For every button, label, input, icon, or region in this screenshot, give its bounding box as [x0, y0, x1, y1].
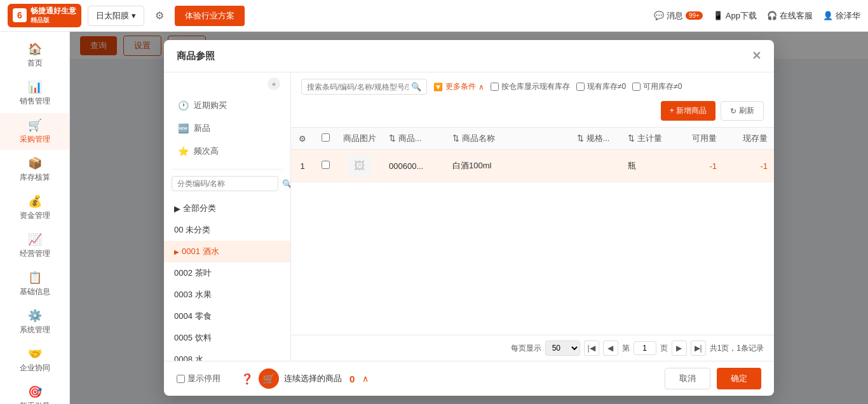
- sidebar-item-system[interactable]: ⚙️ 系统管理: [0, 304, 69, 340]
- sidebar-label-inventory: 库存核算: [20, 172, 50, 183]
- show-disabled-label[interactable]: 显示停用: [177, 373, 220, 384]
- category-item-0004[interactable]: 0004 零食: [164, 306, 290, 327]
- sort-spec-icon: ⇅: [577, 133, 584, 143]
- app-download-item[interactable]: 📱 App下载: [713, 10, 757, 22]
- table-header-row: ⚙ 商品图片: [291, 128, 774, 150]
- col-header-stock: 现存量: [723, 128, 774, 150]
- per-page-label: 每页显示: [511, 343, 541, 354]
- basic-icon: 📋: [28, 271, 42, 285]
- dropdown-arrow-icon: ▾: [132, 11, 136, 20]
- page-label: 第: [622, 343, 630, 354]
- divider: [172, 169, 283, 170]
- modal-footer: 显示停用 ❓ 🛒 连续选择的商品 0 ∧ 取消 确定: [164, 361, 774, 396]
- footer-collapse-icon[interactable]: ∧: [362, 374, 369, 384]
- row-name: 白酒100ml: [446, 150, 571, 182]
- cancel-btn[interactable]: 取消: [665, 368, 710, 389]
- sidebar: 🏠 首页 📊 销售管理 🛒 采购管理 📦 库存核算 💰 资金管理 📈 经营管理 …: [0, 32, 70, 404]
- sort-icon: ⇅: [389, 133, 396, 143]
- category-search-icon[interactable]: 🔍: [282, 179, 291, 189]
- settings-col-icon[interactable]: ⚙: [299, 134, 306, 144]
- tab-new-products[interactable]: 🆕 新品: [172, 118, 283, 138]
- modal-overlay: 商品参照 ✕ « 🕐 近期购买: [70, 32, 868, 404]
- tab-new-label: 新品: [194, 123, 210, 134]
- category-label-0003: 0003 水果: [174, 289, 212, 300]
- category-item-0005[interactable]: 0005 饮料: [164, 327, 290, 349]
- modal-close-icon[interactable]: ✕: [752, 49, 761, 63]
- user-item[interactable]: 👤 徐泽华: [823, 10, 860, 22]
- collapse-left-btn[interactable]: «: [268, 77, 280, 90]
- select-all-checkbox[interactable]: [322, 133, 330, 142]
- category-item-0002[interactable]: 0002 茶叶: [164, 262, 290, 284]
- sidebar-item-sales[interactable]: 📊 销售管理: [0, 75, 69, 112]
- checkbox-stock-nonzero-input[interactable]: [576, 83, 585, 91]
- search-icon[interactable]: 🔍: [411, 82, 421, 91]
- row-available: -1: [672, 150, 723, 182]
- right-panel: 🔍 🔽 更多条件 ∧ 按仓库显示现有库存: [291, 72, 774, 361]
- tab-frequent-label: 频次高: [194, 145, 219, 157]
- row-checkbox[interactable]: [322, 161, 330, 169]
- purchase-icon: 🛒: [28, 118, 42, 132]
- category-item-0008[interactable]: 0008 水: [164, 349, 290, 361]
- sidebar-item-operation[interactable]: 📈 经营管理: [0, 227, 69, 264]
- sidebar-item-cooperation[interactable]: 🤝 企业协同: [0, 342, 69, 379]
- add-product-btn[interactable]: + 新增商品: [661, 101, 715, 121]
- footer-right: 取消 确定: [665, 368, 761, 389]
- cart-icon[interactable]: 🛒: [259, 368, 279, 389]
- table-toolbar: 🔍 🔽 更多条件 ∧ 按仓库显示现有库存: [291, 72, 774, 128]
- store-dropdown[interactable]: 日太阳膜 ▾: [88, 6, 144, 26]
- refresh-icon: ↻: [730, 107, 736, 116]
- checkbox-available-nonzero-input[interactable]: [632, 83, 641, 91]
- operation-icon: 📈: [28, 232, 42, 246]
- category-all[interactable]: ▶ 全部分类: [164, 198, 290, 219]
- next-page-btn[interactable]: ▶: [672, 340, 687, 356]
- messages-item[interactable]: 💬 消息 99+: [654, 10, 703, 22]
- sidebar-label-finance: 资金管理: [20, 210, 50, 221]
- modal-header: 商品参照 ✕: [164, 40, 774, 72]
- checkbox-by-warehouse[interactable]: 按仓库显示现有库存: [491, 81, 570, 92]
- category-search-input[interactable]: [172, 176, 278, 191]
- per-page-select[interactable]: 50 10 20 100: [545, 340, 580, 356]
- first-page-btn[interactable]: |◀: [584, 340, 599, 356]
- nav-right-area: 💬 消息 99+ 📱 App下载 🎧 在线客服 👤 徐泽华: [654, 10, 860, 22]
- more-filter-btn[interactable]: 🔽 更多条件 ∧: [433, 81, 484, 92]
- tab-recent-purchase[interactable]: 🕐 近期购买: [172, 95, 283, 116]
- checkbox-available-nonzero-label: 可用库存≠0: [643, 81, 682, 92]
- category-list: ▶ 全部分类 00 未分类 ▶ 0001 酒水 0002 茶: [164, 195, 290, 361]
- show-disabled-checkbox[interactable]: [177, 375, 185, 383]
- refresh-btn[interactable]: ↻ 刷新: [721, 101, 764, 121]
- category-item-0003[interactable]: 0003 水果: [164, 284, 290, 306]
- confirm-btn[interactable]: 确定: [717, 368, 761, 389]
- checkbox-stock-nonzero-label: 现有库存≠0: [587, 81, 626, 92]
- sidebar-label-operation: 经营管理: [20, 248, 50, 259]
- help-icon[interactable]: ❓: [241, 373, 254, 385]
- sidebar-item-basic[interactable]: 📋 基础信息: [0, 266, 69, 302]
- checkbox-stock-nonzero[interactable]: 现有库存≠0: [576, 81, 626, 92]
- col-code-label: 商品...: [398, 133, 422, 143]
- current-page-input[interactable]: [634, 341, 656, 355]
- message-badge: 99+: [686, 11, 703, 20]
- prev-page-btn[interactable]: ◀: [603, 340, 618, 356]
- guide-icon: 🎯: [28, 385, 42, 399]
- table-row[interactable]: 1 🖼 000600... 白酒100ml: [291, 150, 774, 182]
- category-item-0001[interactable]: ▶ 0001 酒水: [164, 241, 290, 262]
- checkbox-by-warehouse-input[interactable]: [491, 83, 499, 91]
- row-spec: [571, 150, 621, 182]
- settings-icon[interactable]: ⚙: [151, 7, 168, 25]
- sidebar-item-finance[interactable]: 💰 资金管理: [0, 189, 69, 226]
- main-content: 查询 设置 刷新 商品参照 ✕ «: [70, 32, 868, 404]
- category-item-00[interactable]: 00 未分类: [164, 219, 290, 241]
- trial-btn[interactable]: 体验行业方案: [175, 6, 245, 26]
- sidebar-item-guide[interactable]: 🎯 新手引导: [0, 380, 69, 404]
- sidebar-item-home[interactable]: 🏠 首页: [0, 37, 69, 74]
- row-code: 000600...: [383, 150, 446, 182]
- sidebar-item-inventory[interactable]: 📦 库存核算: [0, 151, 69, 188]
- sidebar-item-purchase[interactable]: 🛒 采购管理: [0, 113, 69, 150]
- product-search-input[interactable]: [307, 83, 409, 91]
- total-info: 共1页，1条记录: [710, 343, 764, 354]
- checkbox-available-nonzero[interactable]: 可用库存≠0: [632, 81, 682, 92]
- row-check[interactable]: [314, 150, 337, 182]
- tab-frequent[interactable]: ⭐ 频次高: [172, 141, 283, 161]
- online-service-item[interactable]: 🎧 在线客服: [767, 10, 813, 22]
- last-page-btn[interactable]: ▶|: [691, 340, 706, 356]
- username-label: 徐泽华: [836, 10, 860, 22]
